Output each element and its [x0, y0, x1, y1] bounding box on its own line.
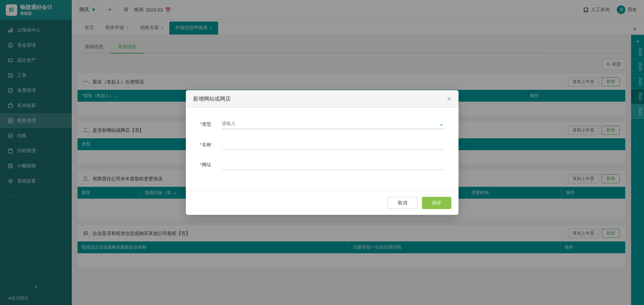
modal-add-website: 新增网站或网店 × *类型 ⌄ *名称	[186, 90, 459, 215]
save-button[interactable]: 保存	[422, 197, 451, 209]
type-underline	[222, 129, 444, 130]
form-row-name: *名称	[200, 140, 444, 150]
modal-body: *类型 ⌄ *名称	[186, 108, 459, 191]
type-label: *类型	[200, 121, 222, 128]
url-required-mark: *	[200, 162, 202, 167]
modal-overlay[interactable]: 新增网站或网店 × *类型 ⌄ *名称	[0, 0, 644, 305]
form-row-url: *网址	[200, 160, 444, 170]
name-required-mark: *	[200, 142, 202, 147]
name-input[interactable]	[222, 140, 444, 150]
name-field	[222, 140, 444, 150]
url-field	[222, 160, 444, 170]
name-label: *名称	[200, 142, 222, 148]
modal-title: 新增网站或网店	[193, 96, 231, 102]
modal-close-button[interactable]: ×	[447, 95, 451, 102]
cancel-button[interactable]: 取消	[387, 197, 418, 209]
modal-header: 新增网站或网店 ×	[186, 90, 459, 108]
type-input[interactable]	[222, 119, 444, 129]
url-input[interactable]	[222, 160, 444, 170]
modal-footer: 取消 保存	[186, 191, 459, 215]
form-row-type: *类型 ⌄	[200, 119, 444, 130]
type-field: ⌄	[222, 119, 444, 130]
url-label: *网址	[200, 162, 222, 168]
type-select-wrapper: ⌄	[222, 119, 444, 129]
type-required-mark: *	[200, 121, 202, 127]
